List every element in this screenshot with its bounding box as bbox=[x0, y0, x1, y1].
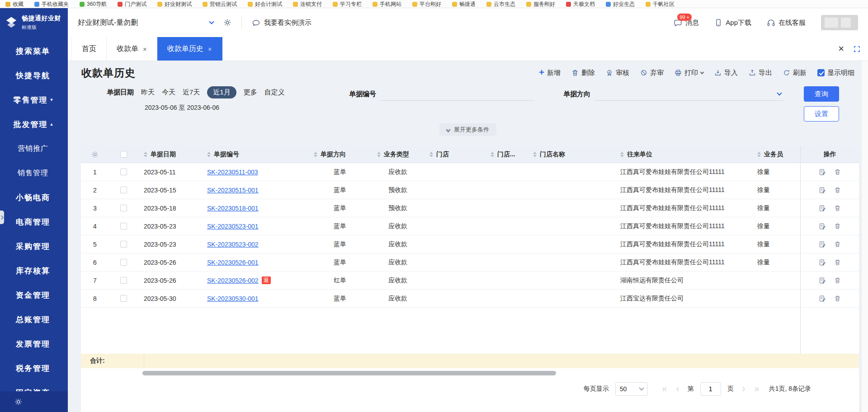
doc-no-link[interactable]: SK-20230518-001 bbox=[207, 205, 259, 212]
tab-close-icon[interactable]: × bbox=[208, 46, 212, 52]
view-doc-icon[interactable] bbox=[819, 241, 826, 248]
bookmark-item[interactable]: 好业财测试 bbox=[157, 0, 192, 8]
bookmark-item[interactable]: 千帆社区 bbox=[646, 0, 675, 8]
sidebar-menu-item[interactable]: 批发管理 ▲ bbox=[0, 112, 68, 136]
bookmark-item[interactable]: 连锁支付 bbox=[293, 0, 322, 8]
view-doc-icon[interactable] bbox=[819, 259, 826, 266]
delete-row-icon[interactable] bbox=[834, 223, 841, 229]
bookmark-item[interactable]: 天极文档 bbox=[566, 0, 595, 8]
filter-settings-button[interactable]: 设置 bbox=[804, 106, 839, 122]
delete-row-icon[interactable] bbox=[834, 241, 841, 248]
expand-more-button[interactable]: 展开更多条件 bbox=[439, 123, 496, 136]
col-header-salesman[interactable]: 业务员 bbox=[752, 146, 800, 163]
next-page-button[interactable] bbox=[740, 386, 747, 393]
tab[interactable]: 收款单历史 × bbox=[157, 37, 222, 61]
delete-button[interactable]: 删除 bbox=[571, 69, 595, 77]
col-header-date[interactable]: 单据日期 bbox=[138, 146, 202, 163]
sidebar-menu-item[interactable]: 税务管理 bbox=[0, 356, 68, 380]
view-doc-icon[interactable] bbox=[819, 277, 826, 284]
column-settings-gear-icon[interactable] bbox=[91, 151, 99, 158]
online-service-button[interactable]: 在线客服 bbox=[767, 19, 806, 27]
delete-row-icon[interactable] bbox=[834, 259, 841, 266]
query-button[interactable]: 查询 bbox=[804, 86, 839, 102]
date-quick-option[interactable]: 近1月 bbox=[207, 86, 236, 98]
row-checkbox[interactable] bbox=[120, 277, 127, 284]
date-quick-option[interactable]: 自定义 bbox=[264, 88, 285, 97]
col-header-store[interactable]: 门店 bbox=[424, 146, 485, 163]
bookmark-item[interactable]: 收藏 bbox=[5, 0, 24, 8]
bookmark-item[interactable]: 好会计测试 bbox=[248, 0, 282, 8]
sidebar-menu-item[interactable]: 搜索菜单 bbox=[0, 39, 68, 63]
first-page-button[interactable] bbox=[661, 386, 668, 393]
doc-no-link[interactable]: SK-20230511-003 bbox=[207, 169, 258, 176]
sidebar-menu-item[interactable]: 资金管理 bbox=[0, 283, 68, 307]
delete-row-icon[interactable] bbox=[834, 187, 841, 193]
view-doc-icon[interactable] bbox=[819, 187, 826, 194]
show-detail-checkbox[interactable] bbox=[817, 69, 825, 76]
bookmark-item[interactable]: 门户测试 bbox=[118, 0, 146, 8]
audit-button[interactable]: 审核 bbox=[606, 69, 629, 77]
view-doc-icon[interactable] bbox=[819, 169, 826, 176]
col-header-partner[interactable]: 往来单位 bbox=[615, 146, 752, 163]
row-checkbox[interactable] bbox=[120, 259, 127, 266]
app-download-button[interactable]: App下载 bbox=[714, 19, 751, 27]
doc-no-link[interactable]: SK-20230526-001 bbox=[207, 259, 259, 266]
bookmark-item[interactable]: 360导航 bbox=[80, 0, 107, 8]
table-row[interactable]: 1 2023-05-11 SK-20230511-003 蓝单 bbox=[81, 163, 800, 181]
table-row[interactable]: 6 2023-05-26 SK-20230526-001 蓝单 bbox=[81, 253, 800, 272]
col-header-doc-no[interactable]: 单据编号 bbox=[202, 146, 308, 163]
user-avatar[interactable] bbox=[821, 15, 858, 30]
prev-page-button[interactable] bbox=[675, 386, 681, 393]
company-selector[interactable]: 好业财测试-量勿删 bbox=[78, 18, 213, 28]
tab[interactable]: 首页 bbox=[71, 37, 107, 61]
add-button[interactable]: + 新增 bbox=[539, 69, 561, 77]
sidebar-menu-item[interactable]: 销售管理 bbox=[0, 161, 68, 185]
tab[interactable]: 收款单 × bbox=[107, 37, 157, 61]
date-quick-option[interactable]: 昨天 bbox=[141, 88, 155, 97]
doc-no-link[interactable]: SK-20230523-001 bbox=[207, 223, 259, 230]
last-page-button[interactable] bbox=[753, 386, 760, 393]
import-button[interactable]: 导入 bbox=[714, 69, 738, 77]
sidebar-menu-item[interactable]: 营销推广 bbox=[0, 136, 68, 161]
row-checkbox[interactable] bbox=[120, 295, 127, 302]
sidebar-menu-item[interactable]: 库存核算 bbox=[0, 258, 68, 283]
delete-row-icon[interactable] bbox=[834, 295, 841, 302]
table-row[interactable]: 8 2023-05-30 SK-20230530-001 蓝单 bbox=[81, 290, 800, 308]
row-checkbox[interactable] bbox=[120, 187, 127, 193]
table-row[interactable]: 4 2023-05-23 SK-20230523-001 蓝单 bbox=[81, 217, 800, 235]
bookmark-item[interactable]: 手机收藏夹 bbox=[34, 0, 69, 8]
sidebar-menu-item[interactable]: 电商管理 bbox=[0, 210, 68, 234]
workspace-gear-icon[interactable] bbox=[223, 19, 231, 27]
demo-link[interactable]: 我要看实例演示 bbox=[252, 19, 311, 27]
doc-no-link[interactable]: SK-20230523-002 bbox=[207, 241, 259, 248]
sidebar-menu-item[interactable]: 固定资产 bbox=[0, 380, 68, 391]
doc-no-link[interactable]: SK-20230526-002 bbox=[207, 277, 259, 284]
table-row[interactable]: 2 2023-05-15 SK-20230515-001 蓝单 bbox=[81, 181, 800, 199]
bookmark-item[interactable]: 学习专栏 bbox=[333, 0, 362, 8]
date-quick-option[interactable]: 近7天 bbox=[183, 88, 200, 97]
col-header-direction[interactable]: 单据方向 bbox=[308, 146, 372, 163]
delete-row-icon[interactable] bbox=[834, 205, 841, 211]
col-header-store-name[interactable]: 门店名称 bbox=[528, 146, 615, 163]
date-quick-option[interactable]: 更多 bbox=[244, 88, 257, 97]
table-row[interactable]: 7 2023-05-26 SK-20230526-002 退 红单 bbox=[81, 272, 800, 290]
tab-close-icon[interactable]: × bbox=[143, 46, 147, 52]
delete-row-icon[interactable] bbox=[834, 169, 841, 175]
table-row[interactable]: 5 2023-05-23 SK-20230523-002 蓝单 bbox=[81, 235, 800, 253]
column-settings-cell[interactable] bbox=[81, 146, 109, 163]
refresh-button[interactable]: 刷新 bbox=[783, 69, 807, 77]
select-all-checkbox[interactable] bbox=[120, 151, 127, 158]
doc-no-input[interactable] bbox=[381, 87, 534, 101]
sidebar-menu-item[interactable]: 采购管理 bbox=[0, 234, 68, 258]
horizontal-scrollbar-thumb[interactable] bbox=[142, 371, 556, 375]
row-checkbox[interactable] bbox=[120, 241, 127, 248]
col-header-store-2[interactable]: 门店... bbox=[485, 146, 528, 163]
sidebar-menu-item[interactable]: 快捷导航 bbox=[0, 63, 68, 88]
unaudit-button[interactable]: 弃审 bbox=[640, 69, 664, 77]
bookmark-item[interactable]: 云市生态 bbox=[486, 0, 515, 8]
row-checkbox[interactable] bbox=[120, 205, 127, 211]
select-all-cell[interactable] bbox=[109, 146, 138, 163]
sidebar-menu-item[interactable]: 零售管理 ▼ bbox=[0, 88, 68, 112]
settings-gear-icon[interactable] bbox=[14, 398, 22, 406]
bookmark-item[interactable]: 平台刚好 bbox=[412, 0, 441, 8]
